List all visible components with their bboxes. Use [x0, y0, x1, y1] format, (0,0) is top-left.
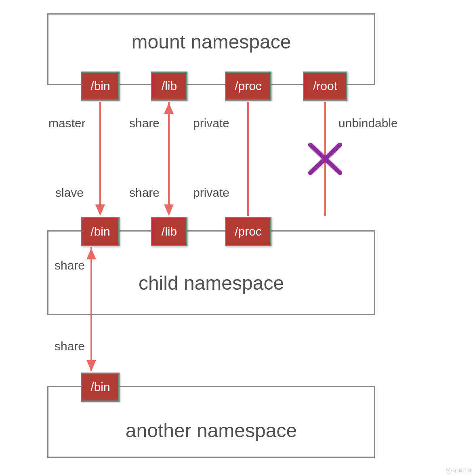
- label-private-bot: private: [193, 186, 229, 200]
- label-slave: slave: [55, 186, 84, 200]
- mount-top-root: /root: [303, 72, 347, 101]
- mount-mid-proc: /proc: [225, 217, 271, 246]
- svg-line-1: [310, 145, 340, 173]
- mount-bot-bin: /bin: [81, 373, 120, 402]
- label-unbindable: unbindable: [338, 116, 398, 130]
- svg-line-3: [311, 145, 339, 172]
- mount-top-bin: /bin: [81, 72, 120, 101]
- child-namespace-label: child namespace: [48, 272, 374, 294]
- watermark-icon: X: [446, 468, 452, 474]
- svg-line-4: [311, 145, 339, 172]
- label-private-top: private: [193, 116, 229, 130]
- another-namespace-label: another namespace: [48, 419, 374, 442]
- label-share-mid-lower: share: [55, 339, 85, 353]
- svg-line-2: [310, 145, 340, 173]
- mount-mid-bin: /bin: [81, 217, 120, 246]
- mount-top-lib: /lib: [151, 72, 187, 101]
- watermark: X 创新互联: [446, 468, 472, 474]
- watermark-text: 创新互联: [453, 468, 472, 474]
- label-share-top-lib: share: [129, 116, 160, 130]
- mount-top-proc: /proc: [225, 72, 271, 101]
- label-share-mid-upper: share: [55, 259, 85, 272]
- label-share-bot-lib: share: [129, 186, 160, 200]
- mount-mid-lib: /lib: [151, 217, 187, 246]
- label-master: master: [48, 116, 86, 130]
- mount-namespace-label: mount namespace: [48, 31, 374, 53]
- cross-icon: [310, 145, 340, 173]
